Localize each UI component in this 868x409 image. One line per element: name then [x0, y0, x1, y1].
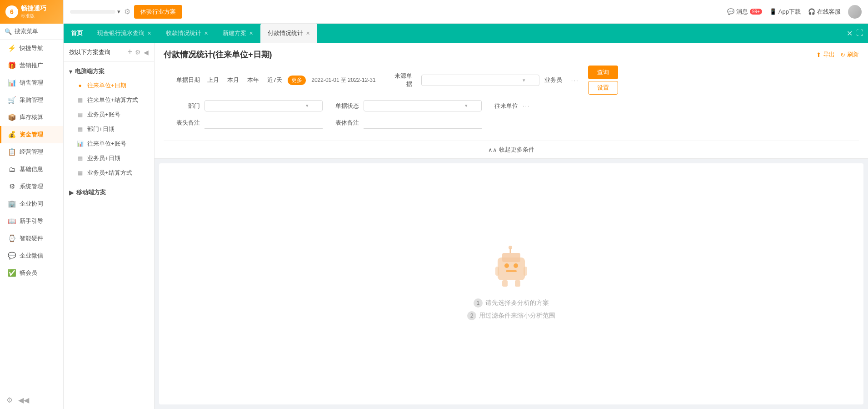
- collapse-sidebar-icon[interactable]: ◀◀: [18, 396, 29, 404]
- dept-dropdown-arrow: ▾: [306, 103, 309, 109]
- scheme-item-staff-settle[interactable]: ▦ 业务员+结算方式: [64, 166, 154, 180]
- tab-new-scheme[interactable]: 新建方案 ✕: [215, 24, 260, 43]
- scheme-settings-btn[interactable]: ⚙: [135, 49, 141, 56]
- hint-num-2: 2: [467, 311, 476, 320]
- refresh-icon: ↻: [840, 51, 845, 58]
- sidebar-item-hardware[interactable]: ⌚ 智能硬件: [0, 230, 63, 247]
- scheme-item-dept-date[interactable]: ▦ 部门+日期: [64, 122, 154, 136]
- sidebar-item-guide[interactable]: 📖 新手引导: [0, 212, 63, 230]
- tab-new-scheme-label: 新建方案: [223, 29, 246, 37]
- basic-icon: 🗂: [8, 165, 16, 173]
- collapse-more-row: ∧∧ 收起更多条件: [164, 141, 859, 158]
- sidebar-item-wechat[interactable]: 💬 企业微信: [0, 247, 63, 264]
- header-note-label: 表头备注: [173, 119, 205, 127]
- tab-new-scheme-close[interactable]: ✕: [249, 30, 253, 36]
- refresh-btn[interactable]: ↻ 刷新: [840, 50, 859, 59]
- sidebar-item-sales[interactable]: 📊 销售管理: [0, 74, 63, 91]
- app-download-label: App下载: [778, 8, 801, 16]
- desktop-group-label: 电脑端方案: [75, 67, 105, 76]
- status-select[interactable]: ▾: [364, 100, 482, 111]
- collapse-icon: ∧∧: [488, 146, 497, 153]
- settings-outline-btn[interactable]: 设置: [588, 81, 618, 95]
- company-name: [70, 10, 115, 14]
- staff-settle-label: 业务员+结算方式: [87, 169, 132, 177]
- sidebar-label-sales: 销售管理: [20, 79, 43, 87]
- scheme-collapse-btn[interactable]: ◀: [144, 49, 149, 56]
- body-note-input[interactable]: [364, 117, 482, 129]
- partner-date-icon: ●: [76, 82, 84, 89]
- scheme-item-partner-date[interactable]: ● 往来单位+日期: [64, 78, 154, 93]
- hardware-icon: ⌚: [8, 234, 16, 242]
- dept-date-label: 部门+日期: [87, 125, 115, 133]
- sidebar-label-system: 系统管理: [20, 182, 43, 191]
- staff-filter-dots[interactable]: ···: [571, 77, 579, 84]
- desktop-group-header[interactable]: ▾ 电脑端方案: [64, 65, 154, 78]
- staff-date-label: 业务员+日期: [87, 154, 120, 162]
- sidebar-item-inventory[interactable]: 📦 库存核算: [0, 109, 63, 126]
- search-menu[interactable]: 🔍 搜索菜单: [0, 24, 63, 40]
- sidebar-item-purchase[interactable]: 🛒 采购管理: [0, 91, 63, 109]
- date-last-month-btn[interactable]: 上月: [205, 75, 222, 85]
- scheme-item-staff-date[interactable]: ▦ 业务员+日期: [64, 151, 154, 166]
- add-scheme-btn[interactable]: +: [127, 47, 132, 57]
- close-all-tabs-btn[interactable]: ✕: [847, 29, 853, 38]
- mobile-group-header[interactable]: ▶ 移动端方案: [64, 186, 154, 199]
- sidebar-item-system[interactable]: ⚙ 系统管理: [0, 178, 63, 195]
- dept-select[interactable]: ▾: [205, 100, 323, 111]
- sidebar-item-operation[interactable]: 📋 经营管理: [0, 143, 63, 161]
- online-service-btn[interactable]: 🎧 在线客服: [808, 8, 841, 16]
- source-select[interactable]: ▾: [421, 75, 539, 86]
- purchase-icon: 🛒: [8, 96, 16, 104]
- page-header-actions: ⬆ 导出 ↻ 刷新: [816, 50, 859, 59]
- scheme-item-partner-account[interactable]: 📊 往来单位+账号: [64, 136, 154, 151]
- sidebar-item-basic[interactable]: 🗂 基础信息: [0, 161, 63, 178]
- scheme-item-staff-account[interactable]: ▦ 业务员+账号: [64, 107, 154, 122]
- collapse-more-btn[interactable]: ∧∧ 收起更多条件: [488, 146, 534, 154]
- tab-bank-flow[interactable]: 现金银行流水查询 ✕: [90, 24, 159, 43]
- collapse-label: 收起更多条件: [499, 146, 534, 154]
- user-avatar[interactable]: [848, 5, 862, 19]
- company-selector[interactable]: ▾: [70, 8, 120, 15]
- expand-tabs-btn[interactable]: ⛶: [856, 29, 863, 37]
- partner-filter-dots[interactable]: ···: [523, 102, 530, 109]
- logo-letter: 6: [10, 8, 14, 15]
- mobile-group-label: 移动端方案: [76, 188, 106, 197]
- app-download-btn[interactable]: 📱 App下载: [769, 8, 801, 16]
- export-btn[interactable]: ⬆ 导出: [816, 50, 835, 59]
- tab-home[interactable]: 首页: [64, 24, 90, 43]
- sidebar-item-member[interactable]: ✅ 畅会员: [0, 264, 63, 282]
- date-buttons: 上月 本月 本年 近7天 更多 2022-01-01 至 2022-12-31: [205, 75, 376, 85]
- tab-collection-close[interactable]: ✕: [204, 30, 208, 36]
- sidebar-item-quick-nav[interactable]: ⚡ 快捷导航: [0, 40, 63, 57]
- tab-collection-label: 收款情况统计: [166, 29, 201, 37]
- query-btn[interactable]: 查询: [588, 66, 618, 79]
- trial-btn[interactable]: 体验行业方案: [134, 5, 182, 19]
- sidebar-item-capital[interactable]: 💰 资金管理: [0, 126, 63, 143]
- sidebar-logo: 6 畅捷通巧 标准版: [0, 0, 63, 24]
- tab-collection[interactable]: 收款情况统计 ✕: [159, 24, 215, 43]
- scheme-item-partner-settle[interactable]: ▦ 往来单位+结算方式: [64, 93, 154, 107]
- date-this-year-btn[interactable]: 本年: [244, 75, 262, 85]
- partner-settle-icon: ▦: [76, 96, 84, 104]
- tab-payment-stat[interactable]: 付款情况统计 ✕: [260, 24, 317, 43]
- messages-btn[interactable]: 💬 消息 99+: [727, 8, 762, 16]
- sidebar-item-enterprise[interactable]: 🏢 企业协同: [0, 195, 63, 212]
- date-this-month-btn[interactable]: 本月: [224, 75, 242, 85]
- date-filter-label: 单据日期: [173, 76, 205, 84]
- service-icon: 🎧: [808, 8, 815, 15]
- search-icon: 🔍: [5, 28, 12, 35]
- message-badge: 99+: [750, 9, 762, 15]
- dropdown-arrow-icon: ▾: [117, 8, 120, 15]
- topbar-settings-icon[interactable]: ⚙: [124, 7, 130, 16]
- settings-bottom-icon[interactable]: ⚙: [6, 396, 13, 404]
- tab-bank-flow-close[interactable]: ✕: [147, 30, 151, 36]
- date-last-7-days-btn[interactable]: 近7天: [264, 75, 285, 85]
- svg-point-3: [514, 263, 518, 268]
- date-more-btn[interactable]: 更多: [288, 76, 306, 85]
- export-label: 导出: [823, 50, 835, 59]
- scheme-header-actions: + ⚙ ◀: [127, 47, 149, 57]
- sidebar-label-purchase: 采购管理: [20, 96, 43, 104]
- header-note-input[interactable]: [205, 117, 323, 129]
- sidebar-item-marketing[interactable]: 🎁 营销推广: [0, 57, 63, 74]
- tab-payment-stat-close[interactable]: ✕: [306, 30, 310, 36]
